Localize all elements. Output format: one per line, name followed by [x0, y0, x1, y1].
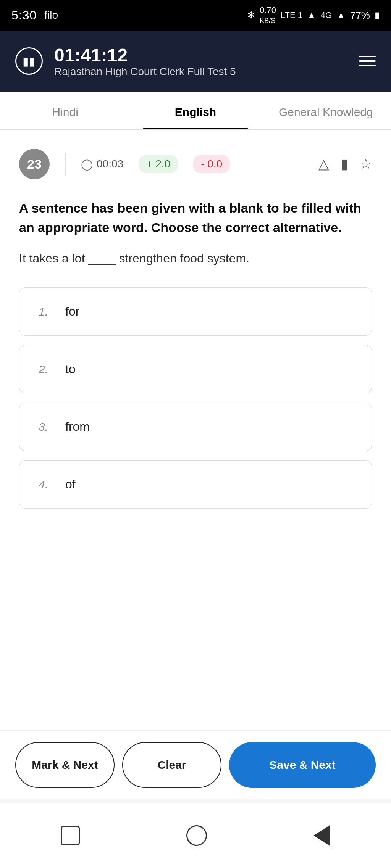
menu-button[interactable] [359, 56, 376, 66]
option-1-number: 1. [39, 305, 54, 318]
nav-square-button[interactable] [61, 826, 80, 845]
tab-english[interactable]: English [130, 95, 260, 129]
question-time: 00:03 [97, 158, 123, 170]
signal2-icon: ▲ [336, 10, 346, 21]
options-list: 1. for 2. to 3. from 4. of [19, 287, 372, 509]
exam-title: Rajasthan High Court Clerk Full Test 5 [54, 66, 236, 78]
battery-display: 77% [350, 10, 370, 21]
speed-display: 0.70KB/S [260, 5, 276, 25]
pause-button[interactable]: ▮▮ [15, 47, 43, 75]
nav-home-button[interactable] [186, 825, 207, 846]
hamburger-line3 [359, 65, 376, 66]
tab-gk[interactable]: General Knowledg [261, 95, 391, 129]
hamburger-line2 [359, 60, 376, 62]
question-action-icons: △ ▮ ☆ [318, 156, 372, 172]
question-instruction: A sentence has been given with a blank t… [19, 198, 372, 237]
question-number-badge: 23 [19, 149, 50, 179]
save-next-button[interactable]: Save & Next [229, 742, 376, 788]
exam-timer: 01:41:12 [54, 45, 236, 66]
header-info: 01:41:12 Rajasthan High Court Clerk Full… [54, 45, 236, 78]
clear-button[interactable]: Clear [122, 742, 221, 788]
bluetooth-icon: ✻ [247, 10, 255, 21]
bottom-action-bar: Mark & Next Clear Save & Next [0, 730, 391, 799]
vertical-divider [65, 153, 66, 176]
question-timer: ◯ 00:03 [81, 158, 123, 171]
circle-icon [186, 825, 207, 846]
option-1-text: for [65, 304, 79, 319]
option-4-number: 4. [39, 478, 54, 491]
clock-icon: ◯ [81, 158, 93, 171]
signal-icon: ▲ [307, 10, 316, 21]
lte1-icon: LTE 1 [281, 10, 302, 20]
question-header: 23 ◯ 00:03 + 2.0 - 0.0 △ ▮ ☆ [19, 149, 372, 179]
option-2-number: 2. [39, 363, 54, 376]
question-sentence: It takes a lot ____ strengthen food syst… [19, 249, 372, 268]
option-1[interactable]: 1. for [19, 287, 372, 336]
battery-icon: ▮ [375, 10, 380, 21]
navigation-bar [0, 803, 391, 868]
nav-back-button[interactable] [313, 825, 330, 846]
tab-hindi[interactable]: Hindi [0, 95, 130, 129]
tabs-bar: Hindi English General Knowledg [0, 92, 391, 130]
header: ▮▮ 01:41:12 Rajasthan High Court Clerk F… [0, 31, 391, 92]
bookmark-icon[interactable]: ▮ [341, 156, 348, 172]
option-4-text: of [65, 477, 76, 491]
status-time: 5:30 [11, 8, 37, 23]
option-2-text: to [65, 362, 76, 376]
status-bar: 5:30 filo ✻ 0.70KB/S LTE 1 ▲ 4G ▲ 77% ▮ [0, 0, 391, 31]
option-3-text: from [65, 420, 90, 434]
header-left: ▮▮ 01:41:12 Rajasthan High Court Clerk F… [15, 45, 236, 78]
option-2[interactable]: 2. to [19, 345, 372, 393]
warning-icon[interactable]: △ [318, 156, 329, 172]
status-app: filo [44, 9, 58, 21]
hamburger-line1 [359, 56, 376, 57]
pause-icon: ▮▮ [23, 55, 36, 68]
positive-score-badge: + 2.0 [139, 155, 178, 173]
back-icon [313, 825, 330, 846]
mark-next-button[interactable]: Mark & Next [15, 742, 115, 788]
option-4[interactable]: 4. of [19, 460, 372, 509]
star-icon[interactable]: ☆ [360, 156, 372, 172]
option-3-number: 3. [39, 420, 54, 433]
negative-score-badge: - 0.0 [193, 155, 230, 173]
lte2-icon: 4G [321, 10, 332, 20]
main-content: 23 ◯ 00:03 + 2.0 - 0.0 △ ▮ ☆ A sentence … [0, 130, 391, 791]
status-icons: ✻ 0.70KB/S LTE 1 ▲ 4G ▲ 77% ▮ [247, 5, 380, 25]
option-3[interactable]: 3. from [19, 403, 372, 451]
square-icon [61, 826, 80, 845]
